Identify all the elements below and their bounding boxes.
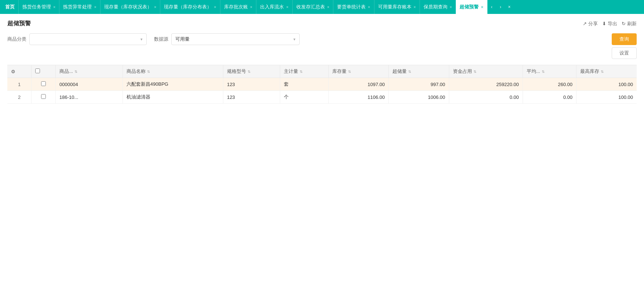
th-avg[interactable]: 平均... ⇅ xyxy=(523,65,576,78)
sort-icon: ⇅ xyxy=(147,70,150,74)
row-avg: 0.00 xyxy=(523,91,576,104)
nav-tab-5[interactable]: 库存批次账 × xyxy=(220,0,256,14)
page-title: 超储预警 xyxy=(7,20,31,27)
th-over[interactable]: 超储量 ⇅ xyxy=(389,65,449,78)
sort-icon: ⇅ xyxy=(542,70,545,74)
row-unit: 套 xyxy=(280,78,329,91)
th-code[interactable]: 商品... ⇅ xyxy=(56,65,123,78)
datasource-value: 可用量 xyxy=(175,36,190,42)
row-spec: 123 xyxy=(223,78,280,91)
share-icon: ↗ xyxy=(583,21,587,26)
nav-tab-2[interactable]: 拣货异常处理 × xyxy=(59,0,100,14)
table-row: 1 0000004 六配套新昌490BPG 123 套 1097.00 997.… xyxy=(7,78,637,91)
nav-tab-4[interactable]: 现存量（库存分布表） × xyxy=(160,0,220,14)
th-unit[interactable]: 主计量 ⇅ xyxy=(280,65,329,78)
row-checkbox-cell[interactable] xyxy=(32,91,56,104)
close-icon[interactable]: × xyxy=(154,5,156,9)
sort-icon: ⇅ xyxy=(473,70,476,74)
nav-tab-active[interactable]: 超储预警 × xyxy=(456,0,487,14)
gear-icon: ⚙ xyxy=(11,69,15,74)
select-all-header[interactable] xyxy=(32,65,56,78)
row-checkbox-cell[interactable] xyxy=(32,78,56,91)
row-checkbox[interactable] xyxy=(41,94,46,99)
th-name[interactable]: 商品名称 ⇅ xyxy=(122,65,223,78)
sort-icon: ⇅ xyxy=(348,70,351,74)
nav-more-button[interactable]: × xyxy=(505,0,514,14)
nav-tab-6[interactable]: 出入库流水 × xyxy=(256,0,292,14)
export-icon: ⬇ xyxy=(602,21,606,26)
sort-icon: ⇅ xyxy=(601,70,604,74)
category-label: 商品分类 xyxy=(7,36,26,42)
th-stock[interactable]: 库存量 ⇅ xyxy=(328,65,388,78)
nav-tab-10[interactable]: 保质期查询 × xyxy=(420,0,456,14)
close-icon[interactable]: × xyxy=(94,5,96,9)
nav-tab-home[interactable]: 首页 xyxy=(1,0,19,14)
datasource-label: 数据源 xyxy=(154,36,168,42)
nav-next-button[interactable]: › xyxy=(496,0,505,14)
row-name: 机油滤清器 xyxy=(122,91,223,104)
th-spec[interactable]: 规格型号 ⇅ xyxy=(223,65,280,78)
row-index: 1 xyxy=(7,78,32,91)
close-icon[interactable]: × xyxy=(53,5,55,9)
refresh-button[interactable]: ↻ 刷新 xyxy=(622,21,637,27)
row-over: 997.00 xyxy=(389,78,449,91)
close-icon[interactable]: × xyxy=(286,5,288,9)
row-unit: 个 xyxy=(280,91,329,104)
row-capital: 259220.00 xyxy=(449,78,523,91)
sort-icon: ⇅ xyxy=(248,70,250,74)
close-icon[interactable]: × xyxy=(481,5,483,9)
main-content: 超储预警 ↗ 分享 ⬇ 导出 ↻ 刷新 商品分类 ▾ 数据源 xyxy=(0,14,644,293)
close-icon[interactable]: × xyxy=(250,5,252,9)
nav-tab-8[interactable]: 要货单统计表 × xyxy=(333,0,374,14)
table-row: 2 186-10... 机油滤清器 123 个 1106.00 1006.00 … xyxy=(7,91,637,104)
sort-icon: ⇅ xyxy=(408,70,411,74)
sort-icon: ⇅ xyxy=(74,70,77,74)
nav-tab-7[interactable]: 收发存汇总表 × xyxy=(293,0,333,14)
row-code: 0000004 xyxy=(56,78,123,91)
row-max: 100.00 xyxy=(576,78,637,91)
th-capital[interactable]: 资金占用 ⇅ xyxy=(449,65,523,78)
nav-tab-3[interactable]: 现存量（库存状况表） × xyxy=(100,0,160,14)
table-header-row: ⚙ 商品... ⇅ 商品名称 ⇅ xyxy=(7,65,637,78)
nav-tab-9[interactable]: 可用量库存账本 × xyxy=(374,0,420,14)
query-button[interactable]: 查询 xyxy=(612,33,637,45)
row-code: 186-10... xyxy=(56,91,123,104)
gear-settings-header[interactable]: ⚙ xyxy=(7,65,32,78)
datasource-select[interactable]: 可用量 ▾ xyxy=(171,33,300,45)
datasource-filter: 数据源 可用量 ▾ xyxy=(154,33,300,45)
row-index: 2 xyxy=(7,91,32,104)
row-stock: 1097.00 xyxy=(328,78,388,91)
refresh-icon: ↻ xyxy=(622,21,626,26)
close-icon[interactable]: × xyxy=(414,5,416,9)
row-name: 六配套新昌490BPG xyxy=(122,78,223,91)
close-icon[interactable]: × xyxy=(214,5,216,9)
chevron-down-icon: ▾ xyxy=(140,37,143,42)
sort-icon: ⇅ xyxy=(300,70,303,74)
select-all-checkbox[interactable] xyxy=(35,68,40,73)
data-table: ⚙ 商品... ⇅ 商品名称 ⇅ xyxy=(7,65,637,104)
settings-button[interactable]: 设置 xyxy=(612,47,637,59)
header-actions: ↗ 分享 ⬇ 导出 ↻ 刷新 xyxy=(583,21,637,27)
nav-tab-1[interactable]: 拣货任务管理 × xyxy=(19,0,59,14)
close-icon[interactable]: × xyxy=(327,5,329,9)
row-max: 100.00 xyxy=(576,91,637,104)
row-capital: 0.00 xyxy=(449,91,523,104)
row-stock: 1106.00 xyxy=(328,91,388,104)
export-button[interactable]: ⬇ 导出 xyxy=(602,21,617,27)
top-nav: 首页 拣货任务管理 × 拣货异常处理 × 现存量（库存状况表） × 现存量（库存… xyxy=(0,0,644,14)
close-icon[interactable]: × xyxy=(368,5,370,9)
close-icon[interactable]: × xyxy=(450,5,452,9)
share-button[interactable]: ↗ 分享 xyxy=(583,21,598,27)
row-spec: 123 xyxy=(223,91,280,104)
chevron-down-icon: ▾ xyxy=(293,37,296,42)
nav-prev-button[interactable]: ‹ xyxy=(487,0,496,14)
page-header: 超储预警 ↗ 分享 ⬇ 导出 ↻ 刷新 xyxy=(7,20,637,27)
row-avg: 260.00 xyxy=(523,78,576,91)
category-filter: 商品分类 ▾ xyxy=(7,33,147,45)
row-checkbox[interactable] xyxy=(41,81,46,86)
row-over: 1006.00 xyxy=(389,91,449,104)
th-max[interactable]: 最高库存 ⇅ xyxy=(576,65,637,78)
category-select[interactable]: ▾ xyxy=(29,33,147,45)
